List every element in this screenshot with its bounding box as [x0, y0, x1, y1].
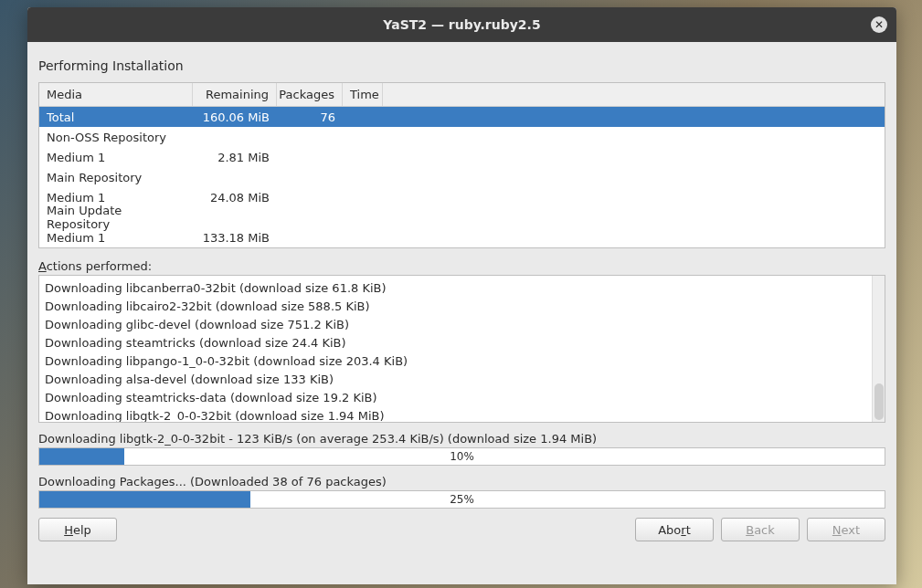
abort-suf: t [686, 523, 691, 537]
table-row[interactable]: Main Repository [39, 167, 885, 187]
yast-window: YaST2 — ruby.ruby2.5 ✕ Performing Instal… [27, 7, 896, 584]
cell-remaining: 133.18 MiB [193, 231, 277, 245]
table-row[interactable]: Main Update Repository [39, 207, 885, 227]
col-time-header[interactable]: Time [343, 83, 383, 106]
next-button: Next [807, 518, 885, 541]
table-row[interactable]: Medium 1133.18 MiB [39, 227, 885, 247]
table-header: Media Remaining Packages Time [39, 83, 885, 107]
titlebar: YaST2 — ruby.ruby2.5 ✕ [27, 7, 896, 42]
window-title: YaST2 — ruby.ruby2.5 [383, 17, 540, 32]
cell-media: Total [39, 110, 193, 124]
abort-pre: Abo [658, 523, 681, 537]
back-rest: ack [754, 523, 775, 537]
log-line: Downloading steamtricks (download size 2… [45, 334, 866, 352]
cell-media: Medium 1 [39, 151, 193, 164]
table-body: Total160.06 MiB76Non-OSS RepositoryMediu… [39, 107, 885, 247]
log-line: Downloading libpango-1_0-0-32bit (downlo… [45, 352, 866, 371]
current-download-status: Downloading libgtk-2_0-0-32bit - 123 KiB… [38, 432, 885, 446]
log-line: Downloading glibc-devel (download size 7… [45, 316, 866, 334]
actions-accel: A [38, 259, 47, 273]
table-row[interactable]: Non-OSS Repository [39, 127, 885, 147]
current-download-percent: 10% [39, 448, 885, 465]
log-line: Downloading libcanberra0-32bit (download… [45, 279, 866, 298]
actions-log: Downloading libcanberra0-32bit (download… [39, 276, 872, 422]
help-accel: H [64, 523, 73, 537]
col-remaining-header[interactable]: Remaining [193, 83, 277, 106]
cell-media: Medium 1 [39, 231, 193, 245]
log-line: Downloading steamtricks-data (download s… [45, 389, 866, 407]
cell-remaining: 160.06 MiB [193, 110, 277, 124]
media-table: Media Remaining Packages Time Total160.0… [38, 82, 885, 248]
close-icon[interactable]: ✕ [871, 16, 887, 33]
back-accel: B [746, 523, 754, 537]
cell-remaining: 24.08 MiB [193, 191, 277, 205]
cell-packages: 76 [277, 110, 343, 124]
right-button-group: Abort Back Next [635, 518, 885, 541]
back-button: Back [721, 518, 800, 541]
actions-label: Actions performed: [38, 259, 885, 273]
overall-status: Downloading Packages... (Downloaded 38 o… [38, 475, 885, 488]
cell-media: Non-OSS Repository [39, 131, 193, 144]
content-area: Performing Installation Media Remaining … [27, 42, 896, 584]
abort-button[interactable]: Abort [635, 518, 714, 541]
cell-media: Main Repository [39, 171, 193, 184]
help-button[interactable]: Help [38, 518, 117, 541]
help-rest: elp [73, 523, 91, 537]
cell-remaining: 2.81 MiB [193, 151, 277, 164]
log-line: Downloading libcairo2-32bit (download si… [45, 298, 866, 316]
log-line: Downloading libgtk-2_0-0-32bit (download… [45, 407, 866, 422]
overall-percent: 25% [39, 491, 885, 508]
overall-progress: 25% [38, 490, 885, 509]
next-rest: ext [842, 523, 861, 537]
button-row: Help Abort Back Next [38, 509, 885, 541]
cell-media: Medium 1 [39, 191, 193, 205]
current-download-progress: 10% [38, 447, 885, 466]
scroll-thumb[interactable] [874, 383, 884, 420]
log-line: Downloading alsa-devel (download size 13… [45, 371, 866, 389]
table-row[interactable]: Medium 12.81 MiB [39, 147, 885, 167]
col-spacer [383, 83, 885, 106]
log-scrollbar[interactable] [872, 276, 885, 422]
col-packages-header[interactable]: Packages [277, 83, 343, 106]
table-row[interactable]: Total160.06 MiB76 [39, 107, 885, 127]
actions-log-wrap: Downloading libcanberra0-32bit (download… [38, 275, 885, 423]
page-title: Performing Installation [38, 51, 885, 82]
col-media-header[interactable]: Media [39, 83, 193, 106]
next-accel: N [832, 523, 842, 537]
actions-label-rest: ctions performed: [47, 259, 153, 273]
cell-media: Main Update Repository [39, 204, 193, 231]
